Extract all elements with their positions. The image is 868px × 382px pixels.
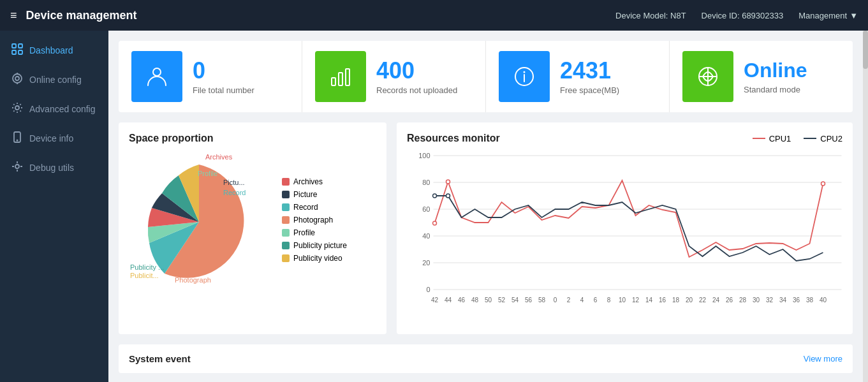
legend-archives: Archives [282, 177, 347, 186]
svg-text:0: 0 [554, 297, 557, 304]
svg-point-67 [433, 194, 437, 198]
svg-point-5 [15, 77, 19, 80]
svg-text:100: 100 [418, 152, 430, 159]
svg-text:30: 30 [753, 297, 760, 304]
stat-cards-row: 0 File total number 400 Records not uplo… [119, 41, 853, 112]
free-space-number: 2431 [560, 58, 619, 84]
svg-text:12: 12 [632, 297, 640, 304]
pie-label-archives: Archives [205, 153, 232, 161]
sidebar-item-device-info[interactable]: Device info [0, 124, 108, 153]
stat-card-records: 400 Records not uploaded [302, 41, 486, 112]
svg-point-4 [13, 74, 22, 83]
svg-text:8: 8 [607, 297, 611, 304]
legend-label-publicity-pic: Publicity picture [293, 241, 347, 250]
stat-text-free-space: 2431 Free space(MB) [560, 58, 619, 96]
svg-point-65 [446, 180, 450, 184]
scrollbar-track[interactable] [863, 31, 868, 382]
main-layout: Dashboard Online config Advanced confi [0, 31, 868, 382]
legend-publicity-pic: Publicity picture [282, 241, 347, 250]
pie-label-picture: Pictu... [223, 179, 245, 186]
cpu1-legend: CPU1 [753, 134, 791, 143]
scrollbar-thumb[interactable] [863, 31, 868, 69]
cpu2-legend-label: CPU2 [820, 134, 842, 143]
resources-monitor-card: Resources monitor CPU1 CPU2 [397, 122, 853, 334]
svg-rect-0 [12, 44, 16, 48]
svg-text:16: 16 [659, 297, 666, 304]
resources-chart: 100 80 60 40 20 0 42 44 46 48 50 52 54 5… [407, 149, 842, 321]
online-icon-box [682, 51, 733, 102]
resources-header: Resources monitor CPU1 CPU2 [407, 133, 842, 144]
legend-dot-picture [282, 191, 290, 198]
svg-text:52: 52 [498, 297, 506, 304]
svg-point-8 [15, 106, 19, 110]
sidebar-item-dashboard[interactable]: Dashboard [0, 36, 108, 65]
free-space-icon-box [499, 51, 550, 102]
svg-text:36: 36 [793, 297, 800, 304]
legend-label-publicity-vid: Publicity video [293, 254, 342, 263]
svg-text:26: 26 [726, 297, 733, 304]
sidebar-item-advanced-config-label: Advanced config [29, 104, 96, 114]
svg-text:24: 24 [712, 297, 720, 304]
legend-label-photograph: Photograph [293, 216, 333, 224]
online-status-number: Online [744, 59, 807, 82]
svg-text:40: 40 [422, 232, 430, 240]
stat-card-free-space: 2431 Free space(MB) [486, 41, 670, 112]
legend-dot-profile [282, 229, 290, 237]
cpu1-line [435, 180, 823, 257]
legend-picture: Picture [282, 190, 347, 199]
topbar: ≡ Device management Device Model: N8T De… [0, 0, 868, 31]
svg-text:50: 50 [485, 297, 492, 304]
stat-card-file-total: 0 File total number [119, 41, 302, 112]
pie-label-profile: Profile [198, 170, 217, 177]
sidebar-item-device-info-label: Device info [29, 133, 73, 143]
svg-rect-13 [332, 78, 335, 85]
legend-dot-photograph [282, 216, 290, 224]
legend-profile: Profile [282, 228, 347, 237]
view-more-link[interactable]: View more [804, 354, 842, 364]
cpu1-legend-line [753, 138, 765, 139]
menu-icon[interactable]: ≡ [10, 9, 17, 22]
online-config-icon [11, 73, 23, 87]
svg-text:58: 58 [538, 297, 546, 304]
svg-text:18: 18 [672, 297, 680, 304]
svg-text:48: 48 [471, 297, 479, 304]
svg-text:14: 14 [645, 297, 653, 304]
svg-text:22: 22 [699, 297, 707, 304]
svg-rect-15 [346, 69, 349, 85]
stat-text-file-total: 0 File total number [193, 58, 254, 96]
free-space-label: Free space(MB) [560, 85, 619, 95]
svg-point-66 [821, 182, 825, 186]
content-area: 0 File total number 400 Records not uplo… [108, 31, 863, 382]
svg-text:2: 2 [567, 297, 571, 304]
sidebar-item-debug-utils[interactable]: Debug utils [0, 153, 108, 182]
legend-label-picture: Picture [293, 190, 317, 199]
online-status-label: Standard mode [744, 85, 807, 94]
pie-label-photograph: Photograph [175, 276, 211, 284]
app-title: Device management [26, 9, 616, 22]
management-dropdown[interactable]: Management ▼ [798, 11, 858, 20]
space-proportion-card: Space proportion [119, 122, 386, 334]
svg-text:34: 34 [779, 297, 787, 304]
svg-point-12 [153, 68, 161, 76]
pie-chart: Archives Profile Pictu... Record Publici… [129, 152, 269, 292]
pie-label-record: Record [223, 189, 246, 196]
legend-label-record: Record [293, 203, 318, 212]
stat-card-online: Online Standard mode [670, 41, 853, 112]
legend-dot-publicity-pic [282, 242, 290, 249]
svg-text:44: 44 [445, 297, 452, 304]
debug-utils-icon [11, 161, 23, 175]
resources-monitor-title: Resources monitor [407, 133, 500, 144]
svg-text:0: 0 [426, 286, 430, 293]
charts-row: Space proportion [119, 122, 853, 334]
sidebar-item-online-config-label: Online config [29, 75, 82, 85]
device-model: Device Model: N8T [615, 11, 686, 20]
svg-point-68 [446, 194, 450, 198]
system-event-bar: System event View more [119, 344, 853, 373]
svg-text:56: 56 [525, 297, 533, 304]
pie-label-publicity-vid: Publicit... [130, 272, 159, 279]
sidebar-item-online-config[interactable]: Online config [0, 65, 108, 94]
cpu1-legend-label: CPU1 [769, 134, 791, 143]
sidebar-item-advanced-config[interactable]: Advanced config [0, 94, 108, 124]
legend-photograph: Photograph [282, 216, 347, 224]
sidebar: Dashboard Online config Advanced confi [0, 31, 108, 382]
